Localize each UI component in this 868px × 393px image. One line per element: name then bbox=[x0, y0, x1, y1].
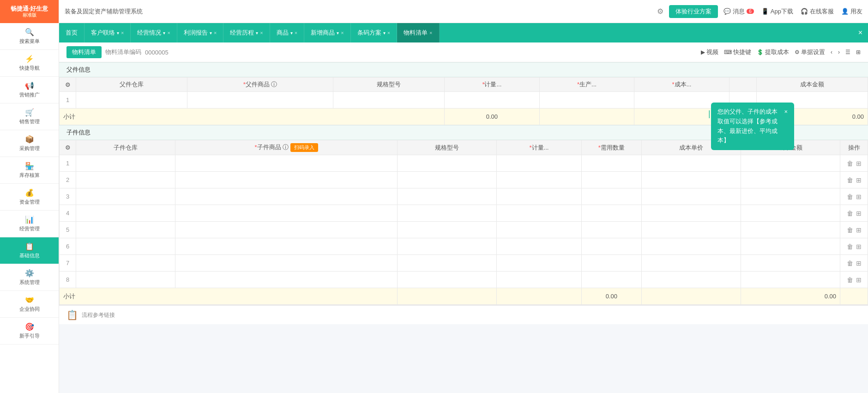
tab-close-3[interactable]: × bbox=[214, 30, 217, 36]
delete-icon-7[interactable]: 🗑 bbox=[847, 260, 853, 267]
delete-icon-5[interactable]: 🗑 bbox=[847, 226, 853, 234]
sidebar-item-5[interactable]: 🏪库存核算 bbox=[0, 157, 59, 184]
child-qty-3[interactable] bbox=[581, 188, 641, 205]
child-spec-2[interactable] bbox=[398, 172, 497, 188]
copy-icon-8[interactable]: ⊞ bbox=[856, 276, 862, 284]
sub-tab-bom[interactable]: 物料清单 bbox=[66, 46, 102, 58]
child-unit-1[interactable] bbox=[497, 155, 582, 172]
sidebar-item-4[interactable]: 📦采购管理 bbox=[0, 130, 59, 157]
child-unit-cost-1[interactable] bbox=[641, 155, 741, 172]
child-goods-3[interactable] bbox=[175, 188, 398, 205]
tab-arrow-4[interactable]: ▾ bbox=[256, 30, 258, 36]
sidebar-item-11[interactable]: 🎯新手引导 bbox=[0, 318, 59, 345]
child-spec-6[interactable] bbox=[398, 238, 497, 255]
delete-icon-1[interactable]: 🗑 bbox=[847, 160, 853, 167]
child-goods-1[interactable] bbox=[175, 155, 398, 172]
child-qty-4[interactable] bbox=[581, 205, 641, 222]
child-unit-cost-5[interactable] bbox=[641, 222, 741, 238]
child-qty-7[interactable] bbox=[581, 255, 641, 272]
tab-close-6[interactable]: × bbox=[341, 30, 344, 36]
child-warehouse-4[interactable] bbox=[76, 205, 175, 222]
tab-close-4[interactable]: × bbox=[260, 30, 263, 36]
action-cost[interactable]: 💲 提取成本 bbox=[757, 48, 789, 56]
child-qty-8[interactable] bbox=[581, 272, 641, 288]
tab-close-1[interactable]: × bbox=[121, 30, 124, 36]
action-video[interactable]: ▶ 视频 bbox=[701, 48, 718, 56]
tab-close-7[interactable]: × bbox=[387, 30, 390, 36]
parent-spec-1[interactable] bbox=[333, 92, 445, 109]
copy-icon-5[interactable]: ⊞ bbox=[856, 226, 862, 234]
child-qty-6[interactable] bbox=[581, 238, 641, 255]
child-unit-cost-7[interactable] bbox=[641, 255, 741, 272]
nav-tab-1[interactable]: 客户联络▾× bbox=[84, 23, 131, 42]
sidebar-item-7[interactable]: 📊经营管理 bbox=[0, 211, 59, 237]
delete-icon-4[interactable]: 🗑 bbox=[847, 210, 853, 217]
experience-btn[interactable]: 体验行业方案 bbox=[669, 5, 718, 18]
child-warehouse-6[interactable] bbox=[76, 238, 175, 255]
child-unit-5[interactable] bbox=[497, 222, 582, 238]
action-shortcut[interactable]: ⌨ 快捷键 bbox=[724, 48, 751, 56]
copy-icon-2[interactable]: ⊞ bbox=[856, 176, 862, 184]
child-unit-2[interactable] bbox=[497, 172, 582, 188]
view-list-btn[interactable]: ☰ bbox=[845, 49, 850, 55]
tab-arrow-5[interactable]: ▾ bbox=[290, 30, 293, 36]
nav-tab-7[interactable]: 条码方案▾× bbox=[351, 23, 397, 42]
tab-arrow-3[interactable]: ▾ bbox=[210, 30, 212, 36]
child-spec-7[interactable] bbox=[398, 255, 497, 272]
parent-th-settings[interactable]: ⚙ bbox=[60, 78, 76, 92]
child-th-settings[interactable]: ⚙ bbox=[60, 140, 76, 155]
tab-close-8[interactable]: × bbox=[429, 30, 432, 36]
tab-arrow-6[interactable]: ▾ bbox=[337, 30, 339, 36]
child-warehouse-2[interactable] bbox=[76, 172, 175, 188]
sidebar-item-6[interactable]: 💰资金管理 bbox=[0, 184, 59, 211]
parent-goods-1[interactable] bbox=[187, 92, 333, 109]
child-goods-2[interactable] bbox=[175, 172, 398, 188]
tab-arrow-2[interactable]: ▾ bbox=[163, 30, 165, 36]
child-unit-cost-4[interactable] bbox=[641, 205, 741, 222]
nav-prev-btn[interactable]: ‹ bbox=[831, 49, 832, 55]
nav-tab-2[interactable]: 经营情况▾× bbox=[131, 23, 177, 42]
parent-produce-1[interactable] bbox=[539, 92, 634, 109]
child-unit-7[interactable] bbox=[497, 255, 582, 272]
child-unit-cost-6[interactable] bbox=[641, 238, 741, 255]
tab-arrow-7[interactable]: ▾ bbox=[383, 30, 386, 36]
child-goods-7[interactable] bbox=[175, 255, 398, 272]
sidebar-item-3[interactable]: 🛒销售管理 bbox=[0, 103, 59, 130]
child-unit-cost-8[interactable] bbox=[641, 272, 741, 288]
copy-icon-1[interactable]: ⊞ bbox=[856, 160, 862, 167]
user-item[interactable]: 👤 用友 bbox=[841, 7, 862, 16]
delete-icon-6[interactable]: 🗑 bbox=[847, 243, 853, 250]
child-unit-cost-2[interactable] bbox=[641, 172, 741, 188]
settings-icon[interactable]: ⚙ bbox=[657, 7, 663, 16]
child-goods-6[interactable] bbox=[175, 238, 398, 255]
child-goods-4[interactable] bbox=[175, 205, 398, 222]
child-qty-1[interactable] bbox=[581, 155, 641, 172]
nav-next-btn[interactable]: › bbox=[838, 49, 840, 55]
child-spec-8[interactable] bbox=[398, 272, 497, 288]
sidebar-item-2[interactable]: 📢营销推广 bbox=[0, 77, 59, 103]
close-all-tabs-btn[interactable]: × bbox=[853, 29, 868, 37]
message-item[interactable]: 💬 消息 6 bbox=[723, 7, 754, 16]
tab-arrow-1[interactable]: ▾ bbox=[117, 30, 119, 36]
child-warehouse-8[interactable] bbox=[76, 272, 175, 288]
sidebar-item-8[interactable]: 📋基础信息 bbox=[0, 237, 59, 264]
child-unit-4[interactable] bbox=[497, 205, 582, 222]
nav-tab-8[interactable]: 物料清单× bbox=[397, 23, 439, 42]
nav-tab-4[interactable]: 经营历程▾× bbox=[223, 23, 270, 42]
delete-icon-3[interactable]: 🗑 bbox=[847, 193, 853, 200]
tooltip-close-btn[interactable]: × bbox=[784, 107, 788, 117]
child-unit-cost-3[interactable] bbox=[641, 188, 741, 205]
action-settings[interactable]: ⚙ 单据设置 bbox=[795, 48, 825, 56]
online-support-item[interactable]: 🎧 在线客服 bbox=[801, 7, 834, 16]
child-qty-2[interactable] bbox=[581, 172, 641, 188]
parent-warehouse-1[interactable] bbox=[76, 92, 187, 109]
child-goods-5[interactable] bbox=[175, 222, 398, 238]
nav-tab-6[interactable]: 新增商品▾× bbox=[304, 23, 350, 42]
view-grid-btn[interactable]: ⊞ bbox=[856, 49, 861, 55]
child-warehouse-5[interactable] bbox=[76, 222, 175, 238]
tab-close-2[interactable]: × bbox=[167, 30, 170, 36]
child-warehouse-3[interactable] bbox=[76, 188, 175, 205]
nav-tab-0[interactable]: 首页 bbox=[59, 23, 84, 42]
delete-icon-2[interactable]: 🗑 bbox=[847, 176, 853, 184]
sidebar-item-10[interactable]: 🤝企业协同 bbox=[0, 291, 59, 318]
